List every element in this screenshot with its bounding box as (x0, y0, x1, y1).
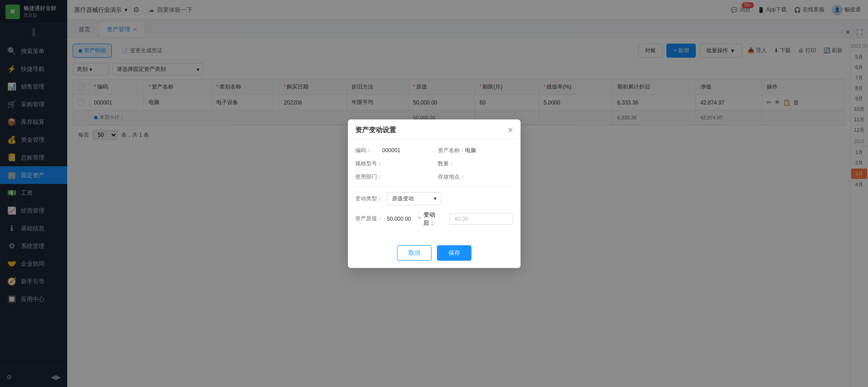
asset-change-modal: 资产变动设置 ✕ 编码： 000001 资产名称： 电脑 规格型号： (348, 119, 521, 268)
modal-header: 资产变动设置 ✕ (348, 119, 521, 139)
modal-divider (355, 186, 513, 187)
modal-body: 编码： 000001 资产名称： 电脑 规格型号： 数量： (348, 139, 521, 240)
asset-name-label: 资产名称： (438, 147, 465, 154)
asset-name-value: 电脑 (465, 147, 476, 154)
required-star: * (418, 215, 421, 222)
change-type-select[interactable]: 原值变动 ▾ (387, 192, 441, 205)
modal-qty-field: 数量： (438, 160, 513, 168)
modal-value-row: 资产原值： 50,000.00 * 变动后： (355, 211, 513, 227)
modal-asset-name-field: 资产名称： 电脑 (438, 147, 513, 154)
qty-label: 数量： (438, 160, 465, 168)
modal-dept-field: 使用部门： (355, 173, 431, 181)
after-change-input[interactable] (450, 213, 513, 225)
code-label: 编码： (355, 147, 382, 154)
modal-location-field: 存放地点： (438, 173, 513, 181)
after-change-label: 变动后： (423, 211, 442, 227)
original-value: 50,000.00 (387, 216, 411, 222)
modal-title: 资产变动设置 (355, 126, 396, 134)
change-type-value: 原值变动 (392, 195, 414, 203)
modal-row-2: 规格型号： 数量： (355, 160, 513, 168)
modal-spec-field: 规格型号： (355, 160, 431, 168)
modal-change-type-row: 变动类型： 原值变动 ▾ (355, 192, 513, 205)
dept-label: 使用部门： (355, 173, 382, 181)
modal-overlay: 资产变动设置 ✕ 编码： 000001 资产名称： 电脑 规格型号： (0, 0, 868, 387)
modal-row-1: 编码： 000001 资产名称： 电脑 (355, 147, 513, 154)
save-button[interactable]: 保存 (437, 245, 471, 261)
location-label: 存放地点： (438, 173, 465, 181)
cancel-button[interactable]: 取消 (397, 245, 432, 261)
modal-footer: 取消 保存 (348, 240, 521, 268)
code-value: 000001 (382, 147, 401, 154)
modal-row-3: 使用部门： 存放地点： (355, 173, 513, 181)
spec-label: 规格型号： (355, 160, 382, 168)
change-type-label: 变动类型： (355, 195, 387, 203)
modal-close-icon[interactable]: ✕ (507, 126, 513, 134)
change-type-arrow: ▾ (434, 195, 436, 202)
original-value-label: 资产原值： (355, 215, 387, 223)
modal-code-field: 编码： 000001 (355, 147, 431, 154)
